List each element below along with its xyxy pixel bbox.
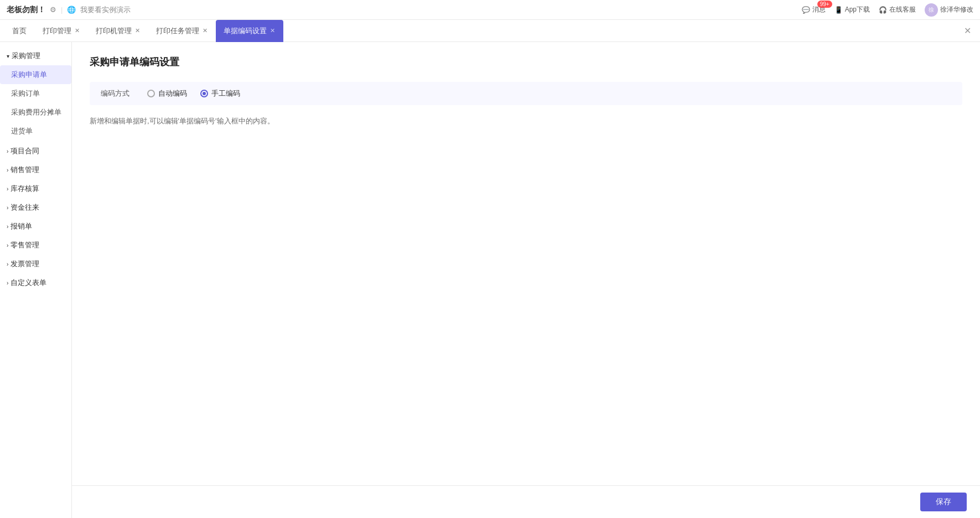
custom-forms-label: 自定义表单 bbox=[11, 278, 46, 288]
tab-printer-mgmt-label: 打印机管理 bbox=[96, 26, 132, 36]
auto-code-label: 自动编码 bbox=[158, 89, 187, 99]
logo-text: 老板勿割！ bbox=[7, 5, 45, 15]
top-bar-left: 老板勿割！ ⚙ | 🌐 我要看实例演示 bbox=[7, 5, 131, 15]
service-icon: 🎧 bbox=[879, 6, 887, 14]
tab-single-code-label: 单据编码设置 bbox=[224, 26, 267, 36]
sidebar-group-funds[interactable]: › 资金往来 bbox=[0, 198, 71, 217]
radio-group: 自动编码 手工编码 bbox=[147, 89, 240, 99]
purchase-order-label: 采购订单 bbox=[11, 89, 40, 97]
tab-printer-mgmt-close[interactable]: ✕ bbox=[135, 27, 140, 34]
message-icon: 💬 bbox=[802, 6, 810, 14]
hint-text: 新增和编辑单据时,可以编辑'单据编码号'输入框中的内容。 bbox=[90, 116, 962, 126]
coding-label: 编码方式 bbox=[101, 89, 129, 99]
app-download-button[interactable]: 📱 App下载 bbox=[834, 5, 870, 14]
demo-link[interactable]: 我要看实例演示 bbox=[80, 5, 131, 15]
manual-code-label: 手工编码 bbox=[211, 89, 240, 99]
retail-mgmt-label: 零售管理 bbox=[11, 240, 39, 250]
bottom-bar: 保存 bbox=[72, 485, 980, 518]
inbound-label: 进货单 bbox=[11, 127, 33, 135]
online-service-button[interactable]: 🎧 在线客服 bbox=[879, 5, 916, 14]
retail-mgmt-arrow: › bbox=[7, 242, 8, 248]
radio-manual-code[interactable]: 手工编码 bbox=[200, 89, 240, 99]
sidebar-group-retail-mgmt[interactable]: › 零售管理 bbox=[0, 236, 71, 255]
purchase-expense-label: 采购费用分摊单 bbox=[11, 108, 61, 116]
tab-bar: 首页 打印管理 ✕ 打印机管理 ✕ 打印任务管理 ✕ 单据编码设置 ✕ ✕ bbox=[0, 20, 980, 42]
sales-mgmt-arrow: › bbox=[7, 167, 8, 173]
invoice-mgmt-arrow: › bbox=[7, 261, 8, 267]
settings-icon[interactable]: ⚙ bbox=[50, 6, 56, 14]
user-menu[interactable]: 徐 徐泽华修改 bbox=[925, 3, 973, 17]
procurement-label: 采购管理 bbox=[12, 51, 40, 61]
radio-manual-circle bbox=[200, 90, 208, 97]
funds-arrow: › bbox=[7, 205, 8, 211]
tab-bar-close-all[interactable]: ✕ bbox=[960, 25, 976, 36]
tab-print-task-close[interactable]: ✕ bbox=[203, 27, 208, 34]
sidebar-group-procurement: ▾ 采购管理 采购申请单 采购订单 采购费用分摊单 进货单 bbox=[0, 46, 71, 141]
sidebar-item-purchase-request[interactable]: 采购申请单 bbox=[0, 65, 71, 84]
sidebar-item-purchase-order[interactable]: 采购订单 bbox=[0, 84, 71, 103]
purchase-request-label: 采购申请单 bbox=[11, 70, 47, 79]
inventory-label: 库存核算 bbox=[11, 184, 39, 194]
tab-single-code-close[interactable]: ✕ bbox=[270, 27, 275, 34]
sidebar-group-custom-forms[interactable]: › 自定义表单 bbox=[0, 273, 71, 292]
custom-forms-arrow: › bbox=[7, 280, 8, 286]
tab-print-mgmt-close[interactable]: ✕ bbox=[75, 27, 80, 34]
message-badge: 99+ bbox=[817, 1, 832, 8]
sidebar-group-sales-mgmt[interactable]: › 销售管理 bbox=[0, 160, 71, 179]
page-title: 采购申请单编码设置 bbox=[90, 55, 962, 69]
funds-label: 资金往来 bbox=[11, 203, 39, 213]
inventory-arrow: › bbox=[7, 186, 8, 192]
sales-mgmt-label: 销售管理 bbox=[11, 165, 39, 175]
top-bar: 老板勿割！ ⚙ | 🌐 我要看实例演示 💬 消息 99+ 📱 App下载 🎧 在… bbox=[0, 0, 980, 20]
project-contract-arrow: › bbox=[7, 148, 8, 154]
returns-label: 报销单 bbox=[11, 221, 32, 231]
tab-print-mgmt[interactable]: 打印管理 ✕ bbox=[35, 20, 88, 42]
sidebar: ▾ 采购管理 采购申请单 采购订单 采购费用分摊单 进货单 › 项目合同 › 销… bbox=[0, 42, 72, 518]
sidebar-group-inventory[interactable]: › 库存核算 bbox=[0, 179, 71, 198]
tab-home-label: 首页 bbox=[12, 26, 27, 36]
content-area: 采购申请单编码设置 编码方式 自动编码 手工编码 bbox=[72, 42, 980, 518]
procurement-arrow: ▾ bbox=[7, 53, 9, 59]
tab-home[interactable]: 首页 bbox=[4, 20, 35, 42]
user-name: 徐泽华修改 bbox=[940, 5, 973, 14]
tab-single-code[interactable]: 单据编码设置 ✕ bbox=[216, 20, 283, 42]
top-bar-right: 💬 消息 99+ 📱 App下载 🎧 在线客服 徐 徐泽华修改 bbox=[802, 3, 973, 17]
sidebar-item-inbound[interactable]: 进货单 bbox=[0, 122, 71, 141]
content-inner: 采购申请单编码设置 编码方式 自动编码 手工编码 bbox=[72, 42, 980, 485]
message-button[interactable]: 💬 消息 99+ bbox=[802, 5, 826, 14]
save-button[interactable]: 保存 bbox=[920, 493, 967, 511]
radio-auto-circle bbox=[147, 90, 155, 97]
sidebar-item-purchase-expense[interactable]: 采购费用分摊单 bbox=[0, 103, 71, 122]
avatar: 徐 bbox=[925, 3, 938, 17]
returns-arrow: › bbox=[7, 224, 8, 230]
tab-print-task-label: 打印任务管理 bbox=[156, 26, 199, 36]
tab-print-mgmt-label: 打印管理 bbox=[43, 26, 71, 36]
tab-printer-mgmt[interactable]: 打印机管理 ✕ bbox=[88, 20, 148, 42]
tab-print-task[interactable]: 打印任务管理 ✕ bbox=[148, 20, 216, 42]
sidebar-group-returns[interactable]: › 报销单 bbox=[0, 217, 71, 236]
online-service-label: 在线客服 bbox=[889, 5, 916, 14]
coding-row: 编码方式 自动编码 手工编码 bbox=[90, 82, 962, 105]
radio-auto-code[interactable]: 自动编码 bbox=[147, 89, 187, 99]
app-download-label: App下载 bbox=[845, 5, 870, 14]
globe-icon: 🌐 bbox=[67, 6, 76, 14]
sidebar-group-invoice-mgmt[interactable]: › 发票管理 bbox=[0, 255, 71, 273]
main-layout: ▾ 采购管理 采购申请单 采购订单 采购费用分摊单 进货单 › 项目合同 › 销… bbox=[0, 42, 980, 518]
invoice-mgmt-label: 发票管理 bbox=[11, 259, 39, 269]
sidebar-group-procurement-header[interactable]: ▾ 采购管理 bbox=[0, 46, 71, 65]
app-icon: 📱 bbox=[834, 6, 843, 14]
sidebar-group-project-contract[interactable]: › 项目合同 bbox=[0, 142, 71, 160]
divider: | bbox=[61, 6, 63, 14]
project-contract-label: 项目合同 bbox=[11, 146, 39, 156]
